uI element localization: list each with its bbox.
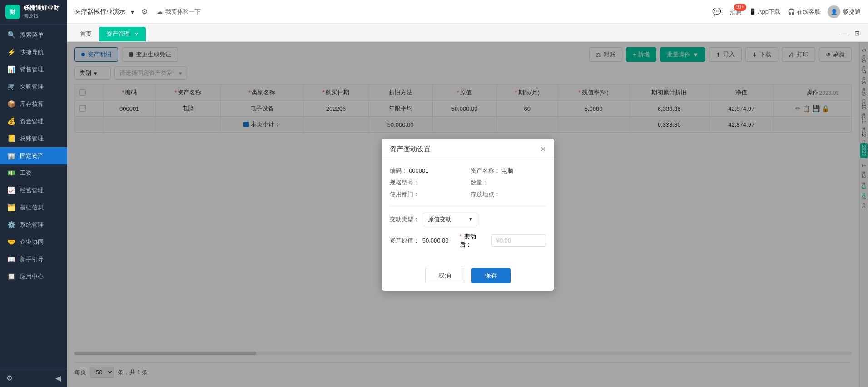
logo-text: 畅捷通好业财 <box>24 5 59 12</box>
sidebar-label-sales: 销售管理 <box>20 65 44 74</box>
modal-code: 编码： 000001 <box>390 167 465 175</box>
user-menu[interactable]: 👤 畅捷通 <box>828 5 861 18</box>
sidebar-item-purchase[interactable]: 🛒 采购管理 <box>0 78 67 95</box>
user-name: 畅捷通 <box>843 8 861 16</box>
sidebar-label-finance: 资金管理 <box>20 117 44 125</box>
logo-icon: 财 <box>5 5 20 19</box>
app-download-btn[interactable]: 📱 App下载 <box>749 8 780 16</box>
modal-body: 编码： 000001 资产名称： 电脑 规格型号： 数量： <box>382 159 554 263</box>
modal-overlay: 资产变动设置 ✕ 编码： 000001 资产名称： 电脑 <box>67 42 868 387</box>
inventory-icon: 📦 <box>7 100 15 108</box>
sidebar-item-fixed[interactable]: 🏢 固定资产 <box>0 147 67 164</box>
after-change-input[interactable] <box>491 234 546 247</box>
sidebar-label-fixed: 固定资产 <box>20 152 44 160</box>
sidebar-label-salary: 工资 <box>20 169 32 177</box>
sidebar-label-quicknav: 快捷导航 <box>20 48 44 56</box>
message-btn[interactable]: 💬 99+ 消息 <box>712 7 741 16</box>
sidebar-label-guide: 新手引导 <box>20 255 44 263</box>
company-dropdown[interactable]: ▾ <box>131 8 134 15</box>
modal-title: 资产变动设置 <box>390 145 431 154</box>
sidebar-item-search[interactable]: 🔍 搜索菜单 <box>0 26 67 44</box>
dept-label: 使用部门： <box>390 191 419 198</box>
modal-qty: 数量： <box>471 179 546 187</box>
tab-maximize-btn[interactable]: ⊡ <box>852 28 863 39</box>
basic-icon: 🗂️ <box>7 203 15 212</box>
sidebar-label-basic: 基础信息 <box>20 203 44 212</box>
cloud-icon: ☁ <box>157 8 163 15</box>
modal-location: 存放地点： <box>471 190 546 198</box>
experience-text: 我要体验一下 <box>165 8 201 16</box>
modal-asset-name: 资产名称： 电脑 <box>471 167 546 175</box>
tab-asset[interactable]: 资产管理 ✕ <box>99 27 146 41</box>
operation-icon: 📈 <box>7 186 15 194</box>
modal-close-btn[interactable]: ✕ <box>540 145 546 154</box>
phone-icon: 📱 <box>749 8 756 15</box>
sidebar-label-enterprise: 企业协同 <box>20 238 44 246</box>
settings-icon[interactable]: ⚙ <box>6 374 13 382</box>
code-value: 000001 <box>409 167 428 174</box>
sidebar-label-inventory: 库存核算 <box>20 100 44 108</box>
sales-icon: 📊 <box>7 65 15 74</box>
sidebar-label-app: 应用中心 <box>20 273 44 281</box>
topbar: 医疗器械行业演示 ▾ ⚙ ☁ 我要体验一下 💬 99+ 消息 📱 App下载 🎧… <box>67 0 868 24</box>
code-label: 编码： <box>390 167 407 174</box>
modal-header: 资产变动设置 ✕ <box>382 139 554 159</box>
asset-name-value: 电脑 <box>501 167 513 174</box>
location-label: 存放地点： <box>471 191 500 198</box>
spec-label: 规格型号： <box>390 179 419 186</box>
service-btn[interactable]: 🎧 在线客服 <box>788 8 820 16</box>
sidebar-item-inventory[interactable]: 📦 库存核算 <box>0 95 67 113</box>
sidebar-nav: 🔍 搜索菜单 ⚡ 快捷导航 📊 销售管理 🛒 采购管理 📦 库存核算 💰 资金管… <box>0 25 67 369</box>
sidebar-item-guide[interactable]: 📖 新手引导 <box>0 251 67 268</box>
sidebar-item-ledger[interactable]: 📒 总账管理 <box>0 130 67 147</box>
after-change-required: * 变动后： <box>460 233 488 249</box>
headset-icon: 🎧 <box>788 8 795 15</box>
content-area: 资产明细 变更生成凭证 ⚖ 对账 + 新增 批量操作 ▼ <box>67 42 868 387</box>
sidebar-item-sales[interactable]: 📊 销售管理 <box>0 61 67 78</box>
change-type-dropdown-icon: ▾ <box>469 216 472 223</box>
sidebar-item-app[interactable]: 🔲 应用中心 <box>0 268 67 285</box>
asset-change-modal: 资产变动设置 ✕ 编码： 000001 资产名称： 电脑 <box>382 139 554 291</box>
fixed-icon: 🏢 <box>7 152 15 160</box>
service-label: 在线客服 <box>797 8 820 16</box>
sidebar-item-system[interactable]: ⚙️ 系统管理 <box>0 216 67 233</box>
change-type-field: 变动类型： 原值变动 ▾ <box>390 213 546 226</box>
system-icon: ⚙️ <box>7 221 15 229</box>
modal-dept: 使用部门： <box>390 190 465 198</box>
salary-icon: 💵 <box>7 169 15 177</box>
logo-sub: 普及版 <box>24 13 59 20</box>
experience-btn[interactable]: ☁ 我要体验一下 <box>157 8 201 16</box>
main-area: 医疗器械行业演示 ▾ ⚙ ☁ 我要体验一下 💬 99+ 消息 📱 App下载 🎧… <box>67 0 868 387</box>
sidebar-item-quicknav[interactable]: ⚡ 快捷导航 <box>0 44 67 61</box>
save-button[interactable]: 保存 <box>471 268 511 283</box>
tab-minimize-btn[interactable]: — <box>839 28 850 39</box>
after-change-label: 变动后： <box>460 233 476 248</box>
app-icon: 🔲 <box>7 273 15 281</box>
app-download-label: App下载 <box>758 8 780 16</box>
collapse-icon[interactable]: ◀ <box>55 374 61 382</box>
topbar-gear-icon[interactable]: ⚙ <box>141 7 148 16</box>
finance-icon: 💰 <box>7 117 15 125</box>
modal-divider <box>390 206 546 206</box>
sidebar-item-enterprise[interactable]: 🤝 企业协同 <box>0 233 67 251</box>
modal-footer: 取消 保存 <box>382 263 554 291</box>
asset-original-field: 资产原值： 50,000.00 * 变动后： <box>390 233 546 249</box>
tab-home[interactable]: 首页 <box>73 27 99 41</box>
sidebar-item-basic[interactable]: 🗂️ 基础信息 <box>0 199 67 216</box>
sidebar-item-finance[interactable]: 💰 资金管理 <box>0 113 67 130</box>
cancel-button[interactable]: 取消 <box>425 268 464 283</box>
topbar-right: 💬 99+ 消息 📱 App下载 🎧 在线客服 👤 畅捷通 <box>712 5 861 18</box>
sidebar-item-salary[interactable]: 💵 工资 <box>0 164 67 182</box>
sidebar-footer: ⚙ ◀ <box>0 369 67 387</box>
app-logo: 财 畅捷通好业财 普及版 <box>0 0 67 25</box>
change-type-select[interactable]: 原值变动 ▾ <box>423 213 477 226</box>
user-avatar: 👤 <box>828 5 840 18</box>
sidebar-label-ledger: 总账管理 <box>20 134 44 143</box>
sidebar: 财 畅捷通好业财 普及版 🔍 搜索菜单 ⚡ 快捷导航 📊 销售管理 🛒 采购管理… <box>0 0 67 387</box>
asset-original-value: 50,000.00 <box>422 237 449 244</box>
sidebar-label-system: 系统管理 <box>20 221 44 229</box>
change-type-label: 变动类型： <box>390 215 419 223</box>
tab-close-icon[interactable]: ✕ <box>134 31 139 37</box>
message-badge: 99+ <box>734 4 746 11</box>
sidebar-item-operation[interactable]: 📈 经营管理 <box>0 182 67 199</box>
